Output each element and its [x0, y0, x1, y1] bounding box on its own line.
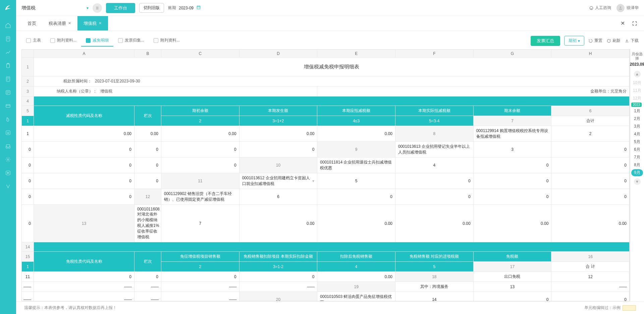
calendar-icon[interactable] — [196, 5, 201, 11]
sec1-row-idx: 5 — [317, 173, 395, 189]
consult-link[interactable]: 人工咨询 — [589, 5, 611, 11]
sec2-cell[interactable]: 0 — [551, 292, 630, 301]
sec1-cell[interactable]: 0.00 — [551, 205, 630, 242]
sec1-cell[interactable]: 0 — [474, 173, 552, 189]
sec1-row-name[interactable]: 0001013612 企业招用建档立卡贫困人口就业扣减增值税▾ — [239, 173, 318, 189]
nav-report-icon[interactable] — [0, 86, 16, 99]
tab-home[interactable]: 首页 — [21, 16, 43, 30]
subtab-reduction-detail[interactable]: 减免明细 — [81, 35, 113, 47]
row-header: 18 — [395, 272, 474, 282]
sec1-cell[interactable]: 0.00 — [239, 126, 318, 142]
sec1-cell[interactable]: 0 — [474, 189, 552, 205]
nav-bank-icon[interactable] — [0, 99, 16, 113]
sec1-cell[interactable]: 0 — [135, 173, 161, 189]
row-header: 8 — [395, 126, 474, 142]
spreadsheet[interactable]: ABCDEFGH1增值税减免税申报明细表2税款所属时间： 2023-07-01至… — [21, 49, 630, 301]
sec2-cell[interactable]: 0 — [161, 272, 239, 282]
sec2-cell[interactable]: 0 — [34, 272, 135, 282]
sec2-cell[interactable]: 0.00 — [317, 272, 395, 282]
sec1-cell[interactable]: 0 — [22, 158, 34, 173]
close-icon[interactable]: ✕ — [68, 21, 71, 25]
sec1-cell[interactable]: 0 — [551, 158, 630, 173]
month-4[interactable]: 4月 — [633, 131, 642, 138]
month-3[interactable]: 3月 — [633, 123, 642, 130]
app-logo — [0, 0, 16, 16]
refresh-button[interactable]: 刷新 — [606, 38, 621, 44]
sec1-col-idx: 栏次 — [135, 106, 161, 126]
user-menu[interactable]: 徐泽华 — [616, 4, 639, 12]
sec2-col-5: 免税额 — [474, 252, 552, 262]
sec1-cell[interactable]: 0 — [135, 158, 161, 173]
nav-hand-icon[interactable] — [0, 113, 16, 126]
month-down-icon[interactable]: ▼ — [634, 178, 641, 185]
nav-doc-icon[interactable] — [0, 32, 16, 46]
subtab-attach1[interactable]: 附列资料... — [46, 35, 81, 47]
sec1-cell[interactable]: 0.00 — [395, 205, 474, 242]
nav-home-icon[interactable] — [0, 19, 16, 32]
list-icon-button[interactable] — [93, 3, 102, 13]
sec1-cell[interactable]: 0 — [34, 189, 135, 205]
sec1-cell[interactable]: 0.00 — [239, 205, 318, 242]
sec1-cell[interactable]: 0 — [551, 142, 630, 158]
sec1-cell[interactable]: 0.00 — [34, 126, 135, 142]
sec1-cell[interactable]: 0 — [551, 189, 630, 205]
sec1-cell[interactable]: 0 — [474, 158, 552, 173]
download-button[interactable]: 下载 — [625, 38, 639, 44]
tab-close-all-icon[interactable]: ✕ — [619, 19, 627, 27]
sec1-cell[interactable]: 0.00 — [317, 126, 395, 142]
left-sidebar — [0, 0, 16, 314]
sec1-cell[interactable]: 0.00 — [135, 126, 161, 142]
sec1-cell[interactable]: 0 — [317, 189, 395, 205]
switch-old-button[interactable]: 切到旧版 — [139, 3, 164, 13]
sec1-cell[interactable]: 0 — [22, 189, 34, 205]
month-7[interactable]: 7月 — [633, 154, 642, 161]
nav-v-icon[interactable] — [0, 180, 16, 193]
subtab-attach2[interactable]: 附列资料... — [149, 35, 184, 47]
month-9[interactable]: 9月 — [631, 169, 643, 176]
sec2-cell[interactable]: 0 — [239, 272, 318, 282]
sec1-cell[interactable]: 0.00 — [161, 126, 239, 142]
sec1-cell[interactable]: 0 — [22, 142, 34, 158]
sec1-cell[interactable]: 0 — [34, 142, 135, 158]
sec1-cell[interactable]: 0 — [551, 173, 630, 189]
sec1-cell[interactable]: 0 — [34, 173, 135, 189]
sec2-cell[interactable]: 0 — [135, 272, 161, 282]
workspace-button[interactable]: 工作台 — [106, 3, 135, 13]
month-2[interactable]: 2月 — [633, 115, 642, 122]
nav-calc-icon[interactable] — [0, 72, 16, 86]
sec1-cell[interactable]: 0 — [161, 158, 239, 173]
sec1-cell[interactable]: 0.00 — [474, 205, 552, 242]
sec1-cell[interactable]: 0 — [395, 189, 474, 205]
fullscreen-icon[interactable] — [631, 19, 639, 27]
reset-button[interactable]: 重置 — [588, 38, 602, 44]
month-8[interactable]: 8月 — [633, 162, 642, 169]
sec1-cell[interactable]: 0 — [22, 173, 34, 189]
nav-export-icon[interactable] — [0, 126, 16, 139]
period-init-button[interactable]: 期初▾ — [564, 36, 584, 46]
close-icon[interactable]: ✕ — [99, 21, 102, 25]
month-6[interactable]: 6月 — [633, 146, 642, 153]
sec1-cell[interactable]: 0 — [395, 173, 474, 189]
tab-vat[interactable]: 增值税✕ — [77, 16, 108, 30]
nav-chart-icon[interactable] — [0, 46, 16, 59]
org-selector[interactable]: 增值税 ▾ — [21, 5, 89, 11]
subtab-main[interactable]: 主表 — [21, 35, 46, 47]
subtab-invoice-collect[interactable]: 发票归集... — [113, 35, 149, 47]
tab-tax-list[interactable]: 税表清册✕ — [43, 16, 77, 30]
sec1-cell[interactable]: 0.00 — [317, 205, 395, 242]
sec1-cell[interactable]: 0 — [34, 158, 135, 173]
invoice-summary-button[interactable]: 发票汇总 — [531, 36, 560, 46]
month-1[interactable]: 1月 — [633, 108, 642, 115]
nav-play-icon[interactable] — [0, 166, 16, 180]
sec1-cell[interactable]: 0 — [161, 142, 239, 158]
sec1-cell[interactable]: 0 — [135, 142, 161, 158]
sec2-sub-3: 3=1-2 — [239, 262, 318, 272]
month-up-icon[interactable]: ▲ — [634, 71, 641, 77]
month-5[interactable]: 5月 — [633, 138, 642, 145]
sec1-cell[interactable]: 0 — [239, 142, 318, 158]
nav-clipboard-icon[interactable] — [0, 59, 16, 72]
nav-settings-icon[interactable] — [0, 153, 16, 166]
sec2-cell[interactable]: 0 — [474, 292, 552, 301]
nav-inbox-icon[interactable] — [0, 139, 16, 153]
sec1-cell[interactable]: 0 — [22, 205, 34, 242]
